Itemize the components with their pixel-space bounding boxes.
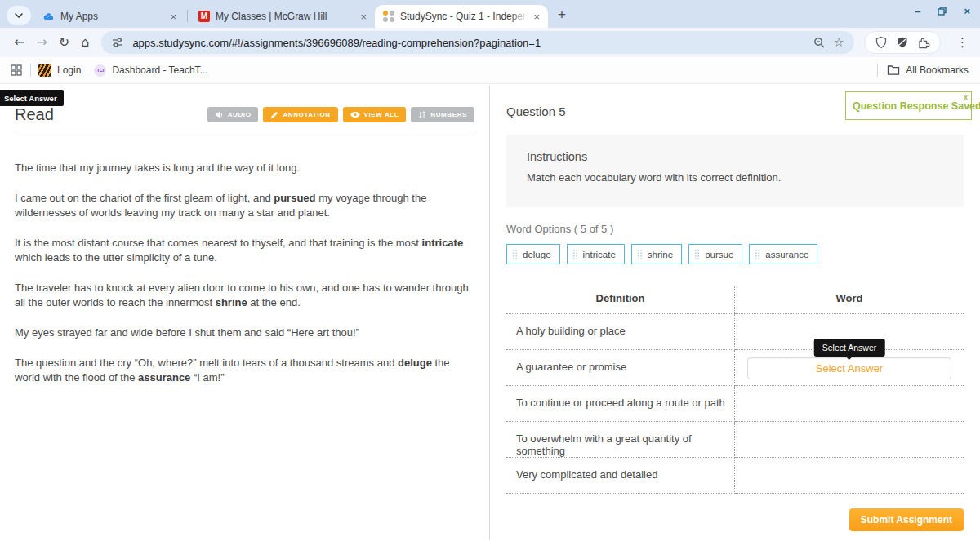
annotation-button[interactable]: ANNOTATION <box>263 107 337 122</box>
tab-studysync-active[interactable]: StudySync - Quiz 1 - Independe × <box>375 5 548 28</box>
adblock-shield-icon[interactable] <box>896 36 909 49</box>
drag-handle-icon[interactable] <box>637 249 643 259</box>
tab-close-icon[interactable]: × <box>360 11 367 22</box>
reader-toolbar: AUDIO ANNOTATION VIEW ALL NUMBERS <box>207 107 474 122</box>
tab-mcgraw-hill[interactable]: M My Classes | McGraw Hill × <box>190 5 375 28</box>
vocab-word: pursued <box>274 192 315 204</box>
passage: The time that my journey takes is long a… <box>15 161 471 385</box>
drag-handle-icon[interactable] <box>694 249 700 259</box>
extensions-pill <box>864 31 941 54</box>
toast-message: Question Response Saved! <box>853 100 980 112</box>
page-content: Select Answer Read AUDIO ANNOTATION VIEW… <box>0 84 980 550</box>
eye-icon <box>350 111 360 118</box>
word-option-label: shrine <box>648 250 673 259</box>
restore-button[interactable] <box>938 7 947 16</box>
word-answer-cell[interactable] <box>735 386 964 422</box>
word-answer-cell[interactable]: Select AnswerSelect Answer <box>735 350 964 386</box>
drag-handle-icon[interactable] <box>572 249 578 259</box>
minimize-button[interactable]: – <box>915 6 920 16</box>
passage-paragraph: The traveler has to knock at every alien… <box>15 281 471 310</box>
passage-paragraph: I came out on the chariot of the first g… <box>15 191 471 220</box>
forward-button[interactable]: → <box>36 36 47 49</box>
site-info-tune-icon[interactable] <box>111 36 124 49</box>
reload-button[interactable]: ↻ <box>59 36 69 49</box>
button-label: ANNOTATION <box>283 111 330 118</box>
word-option-chip[interactable]: pursue <box>688 244 742 264</box>
tab-close-icon[interactable]: × <box>170 11 176 22</box>
studysync-dots-icon <box>383 11 394 22</box>
column-header-definition: Definition <box>506 286 735 314</box>
close-window-button[interactable]: × <box>964 6 970 16</box>
vocab-table: Definition Word A holy building or place… <box>506 286 964 494</box>
url-text[interactable]: apps.studysync.com/#!/assignments/396696… <box>132 37 804 49</box>
numbers-button[interactable]: NUMBERS <box>411 107 474 122</box>
zoom-icon[interactable] <box>813 37 826 49</box>
drag-handle-icon[interactable] <box>512 249 518 259</box>
bookmark-label: Login <box>57 64 81 76</box>
toolbar-separator <box>947 36 947 49</box>
bookmark-dashboard-teachtci[interactable]: TCI Dashboard - TeachT... <box>94 64 207 77</box>
instructions-text: Match each vocabulary word with its corr… <box>527 171 943 184</box>
new-tab-button[interactable]: + <box>558 7 566 23</box>
address-bar[interactable]: apps.studysync.com/#!/assignments/396696… <box>101 31 854 54</box>
speaker-icon <box>215 110 224 119</box>
word-option-chip[interactable]: assurance <box>749 244 817 264</box>
extensions-puzzle-icon[interactable] <box>917 36 930 49</box>
audio-button[interactable]: AUDIO <box>207 107 259 122</box>
word-option-chip[interactable]: deluge <box>506 244 560 264</box>
button-label: AUDIO <box>228 111 252 118</box>
menu-kebab-icon[interactable]: ⋮ <box>956 35 969 50</box>
browser-window: My Apps × M My Classes | McGraw Hill × S… <box>0 0 980 550</box>
tab-my-apps[interactable]: My Apps × <box>34 5 185 28</box>
bookmark-login[interactable]: Login <box>38 64 81 77</box>
saved-toast: Question Response Saved! x <box>845 91 972 120</box>
all-bookmarks-button[interactable]: All Bookmarks <box>887 64 969 76</box>
privacy-shield-icon[interactable] <box>875 36 888 49</box>
window-controls: – × <box>915 6 970 16</box>
bookmarks-separator <box>877 64 878 77</box>
tab-strip: My Apps × M My Classes | McGraw Hill × S… <box>0 0 980 28</box>
vocab-word: intricate <box>422 237 464 249</box>
tab-title: My Classes | McGraw Hill <box>216 11 354 22</box>
instructions-title: Instructions <box>527 150 943 163</box>
passage-paragraph: My eyes strayed far and wide before I sh… <box>15 326 471 340</box>
word-option-label: deluge <box>523 250 551 259</box>
home-button[interactable]: ⌂ <box>81 36 89 49</box>
word-answer-cell[interactable] <box>735 422 964 458</box>
bookmark-star-icon[interactable]: ☆ <box>834 35 844 50</box>
definition-cell: Very complicated and detailed <box>506 458 735 494</box>
passage-paragraph: It is the most distant course that comes… <box>15 236 471 265</box>
submit-assignment-button[interactable]: Submit Assignment <box>849 508 964 531</box>
word-option-label: pursue <box>705 250 733 259</box>
word-option-chip[interactable]: shrine <box>631 244 682 264</box>
vocab-word: shrine <box>216 296 247 308</box>
word-answer-cell[interactable] <box>735 458 964 494</box>
chevron-down-icon <box>15 13 23 18</box>
apps-grid-icon[interactable] <box>10 64 23 77</box>
tab-search-button[interactable] <box>7 6 31 25</box>
passage-paragraph: The question and the cry “Oh, where?” me… <box>15 356 471 385</box>
definition-cell: To overwhelm with a great quantity of so… <box>506 422 735 458</box>
column-header-word: Word <box>735 286 964 314</box>
bookmark-label: Dashboard - TeachT... <box>112 64 207 76</box>
view-all-button[interactable]: VIEW ALL <box>343 107 407 122</box>
vocab-word: assurance <box>138 371 190 384</box>
bookmarks-separator <box>30 64 31 77</box>
all-bookmarks-label: All Bookmarks <box>906 64 969 76</box>
toast-close-icon[interactable]: x <box>964 93 968 101</box>
bookmarks-bar: Login TCI Dashboard - TeachT... All Book… <box>0 57 980 84</box>
select-answer-tooltip: Select Answer <box>814 339 885 357</box>
word-option-label: intricate <box>583 250 616 259</box>
tab-close-icon[interactable]: × <box>533 11 540 22</box>
tab-separator <box>187 10 188 22</box>
question-panel: Question 5 Question Response Saved! x In… <box>490 84 980 550</box>
definition-cell: A holy building or place <box>506 314 735 350</box>
definition-cell: To continue or proceed along a route or … <box>506 386 735 422</box>
drag-handle-icon[interactable] <box>755 249 760 259</box>
back-button[interactable]: ← <box>14 36 24 49</box>
word-options: delugeintricateshrinepursueassurance <box>506 244 964 264</box>
word-option-chip[interactable]: intricate <box>567 244 625 264</box>
select-answer-tooltip-floating: Select Answer <box>0 90 64 106</box>
definition-cell: A guarantee or promise <box>506 350 735 386</box>
button-label: NUMBERS <box>430 111 467 118</box>
